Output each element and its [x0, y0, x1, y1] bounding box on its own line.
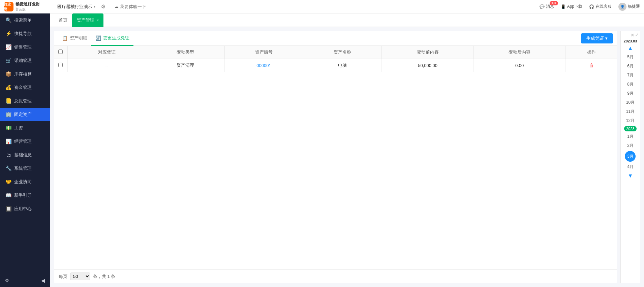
scroll-down-icon[interactable]: ▼ [621, 171, 640, 180]
finance-icon: 💰 [5, 85, 11, 91]
sidebar-item-guide[interactable]: 📖新手引导 [0, 189, 50, 202]
sidebar-bottom: ⚙ ◀ [0, 274, 50, 287]
app-icon: 📱 [561, 4, 566, 9]
payroll-icon: 💵 [5, 125, 11, 131]
right-panel-close-icon[interactable]: ✕ [631, 32, 635, 38]
row-voucher: -- [67, 59, 146, 72]
delete-button[interactable]: 🗑 [589, 63, 594, 68]
collapse-icon[interactable]: ◀ [41, 278, 45, 284]
top-header: 好业财 畅捷通好业财 普及版 医疗器械行业演示 ▾ ⚙ ☁ 我要体验一下 💬 消… [0, 0, 644, 13]
sidebar-item-payroll[interactable]: 💵工资 [0, 121, 50, 135]
generate-voucher-button[interactable]: 生成凭证 ▾ [581, 33, 613, 43]
sidebar-items: 🔍搜索菜单⚡快捷导航📈销售管理🛒采购管理📦库存核算💰资金管理📒总账管理🏢固定资产… [0, 13, 50, 216]
guide-icon: 📖 [5, 192, 11, 198]
search-icon: 🔍 [5, 17, 11, 23]
month-item[interactable]: 7月 [624, 71, 636, 80]
scroll-up-icon[interactable]: ▲ [621, 44, 640, 53]
logo-text-block: 畅捷通好业财 普及版 [16, 1, 40, 12]
generate-voucher-label: 生成凭证 [586, 35, 604, 41]
tab-assets[interactable]: 资产管理 × [72, 13, 103, 27]
sidebar-item-label: 企业协同 [14, 179, 32, 185]
notification-icon: 💬 [540, 4, 545, 9]
sidebar-item-inventory[interactable]: 📦库存核算 [0, 67, 50, 81]
select-all-checkbox[interactable] [58, 50, 63, 54]
table-header-row: 对应凭证 变动类型 资产编号 资产名称 变动前内容 变动后内容 操作 [54, 46, 617, 59]
month-item[interactable]: 10月 [624, 98, 636, 107]
col-action: 操作 [565, 46, 617, 59]
sidebar-item-fixed[interactable]: 🏢固定资产 [0, 108, 50, 121]
sidebar-item-quicknav[interactable]: ⚡快捷导航 [0, 27, 50, 40]
month-item[interactable]: 6月 [624, 62, 636, 71]
change-voucher-icon: 🔄 [95, 35, 101, 41]
row-after: 0.00 [473, 59, 565, 72]
notification-badge: 99+ [550, 1, 558, 5]
row-checkbox[interactable] [58, 63, 63, 67]
sidebar-item-appstore[interactable]: 🔲应用中心 [0, 202, 50, 216]
sidebar-item-label: 新手引导 [14, 192, 32, 198]
company-selector[interactable]: 医疗器械行业演示 ▾ [57, 4, 95, 10]
sub-tab-change-voucher-label: 变更生成凭证 [103, 35, 129, 41]
purchase-icon: 🛒 [5, 58, 11, 64]
sidebar-item-ledger[interactable]: 📒总账管理 [0, 94, 50, 108]
ledger-icon: 📒 [5, 98, 11, 104]
app-download-item[interactable]: 📱 App下载 [561, 4, 582, 9]
sidebar-item-label: 基础信息 [14, 152, 32, 158]
sidebar-item-label: 系统管理 [14, 165, 32, 171]
right-panel-expand-icon[interactable]: ⤢ [635, 32, 639, 38]
sub-tab-asset-detail[interactable]: 📋 资产明细 [58, 31, 91, 46]
month-item[interactable]: 4月 [624, 162, 636, 171]
logo-app-name: 畅捷通好业财 [16, 1, 40, 7]
total-label: 条，共 1 条 [93, 274, 115, 280]
month-item[interactable]: 3月 [625, 151, 636, 162]
chevron-down-icon: ▾ [94, 5, 95, 8]
sidebar-item-purchase[interactable]: 🛒采购管理 [0, 54, 50, 67]
sub-tab-change-voucher[interactable]: 🔄 变更生成凭证 [91, 31, 133, 46]
month-item[interactable]: 8月 [624, 80, 636, 89]
sidebar-item-system[interactable]: 🔧系统管理 [0, 162, 50, 175]
logo-area: 好业财 畅捷通好业财 普及版 [4, 1, 54, 12]
sidebar-item-label: 库存核算 [14, 71, 32, 77]
tab-home[interactable]: 首页 [54, 13, 72, 27]
sidebar-item-operations[interactable]: 📊经营管理 [0, 135, 50, 148]
tab-close-icon[interactable]: × [96, 13, 99, 27]
col-after: 变动后内容 [473, 46, 565, 59]
operations-icon: 📊 [5, 138, 11, 145]
customer-service-item[interactable]: 🎧 在线客服 [589, 4, 612, 9]
month-item[interactable]: 9月 [624, 89, 636, 98]
col-voucher: 对应凭证 [67, 46, 146, 59]
month-item[interactable]: 1月 [624, 132, 636, 141]
page-content: 首页 资产管理 × 📋 资产明细 🔄 变更生成凭证 [50, 13, 644, 287]
pagination-bar: 每页 50 10 20 100 条，共 1 条 [54, 269, 617, 283]
month-item[interactable]: 12月 [624, 116, 636, 125]
per-page-select[interactable]: 50 10 20 100 [70, 273, 90, 280]
system-icon: 🔧 [5, 165, 11, 171]
month-item[interactable]: 2月 [624, 141, 636, 150]
experience-button[interactable]: ☁ 我要体验一下 [114, 4, 146, 10]
main-layout: 🔍搜索菜单⚡快捷导航📈销售管理🛒采购管理📦库存核算💰资金管理📒总账管理🏢固定资产… [0, 13, 644, 287]
row-before: 50,000.00 [382, 59, 474, 72]
change-voucher-table: 对应凭证 变动类型 资产编号 资产名称 变动前内容 变动后内容 操作 [54, 46, 617, 72]
sidebar-item-label: 总账管理 [14, 98, 32, 104]
month-item[interactable]: 11月 [624, 107, 636, 116]
row-action: 🗑 [565, 59, 617, 72]
sidebar-item-finance[interactable]: 💰资金管理 [0, 81, 50, 94]
settings-bottom-icon[interactable]: ⚙ [5, 278, 9, 284]
appstore-icon: 🔲 [5, 206, 11, 212]
notification-item[interactable]: 💬 消息 99+ [540, 4, 554, 9]
sidebar-item-label: 快捷导航 [14, 31, 32, 37]
experience-label: 我要体验一下 [120, 4, 146, 10]
right-panel: ✕ ⤢ 2023.03 ▲ 5月6月7月8月9月10月11月12月20231月2… [620, 31, 640, 283]
user-item[interactable]: 👤 畅捷通 [618, 3, 640, 11]
settings-icon[interactable]: ⚙ [101, 3, 105, 10]
avatar: 👤 [618, 3, 626, 11]
year-badge[interactable]: 2023 [624, 126, 636, 131]
sidebar-item-basic[interactable]: 🗂基础信息 [0, 148, 50, 162]
sidebar-item-collab[interactable]: 🤝企业协同 [0, 175, 50, 189]
per-page-label: 每页 [59, 274, 67, 280]
sidebar-item-search[interactable]: 🔍搜索菜单 [0, 13, 50, 27]
sidebar-item-sales[interactable]: 📈销售管理 [0, 40, 50, 54]
sidebar-item-label: 固定资产 [14, 111, 32, 118]
sidebar: 🔍搜索菜单⚡快捷导航📈销售管理🛒采购管理📦库存核算💰资金管理📒总账管理🏢固定资产… [0, 13, 50, 287]
sidebar-item-label: 经营管理 [14, 138, 32, 145]
month-item[interactable]: 5月 [624, 53, 636, 62]
